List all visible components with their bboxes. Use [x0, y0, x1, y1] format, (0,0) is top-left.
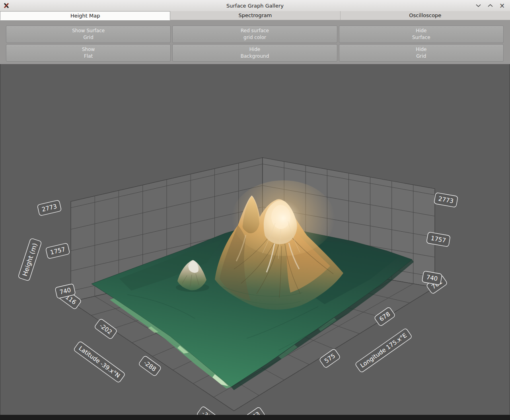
- button-label-line2: Background: [173, 53, 337, 60]
- button-label-line1: Hide: [339, 46, 503, 53]
- hide-grid-button[interactable]: Hide Grid: [339, 44, 504, 62]
- button-label-line2: Flat: [6, 53, 170, 60]
- tab-label: Spectrogram: [238, 12, 272, 18]
- button-label-line1: Show: [6, 46, 170, 53]
- surface-grid-color-button[interactable]: Red surface grid color: [172, 25, 337, 43]
- chevron-down-button[interactable]: [475, 2, 481, 9]
- hide-background-button[interactable]: Hide Background: [172, 44, 337, 62]
- chevron-up-button[interactable]: [487, 2, 493, 9]
- tab-label: Height Map: [70, 13, 100, 19]
- tab-spectrogram[interactable]: Spectrogram: [170, 11, 340, 20]
- app-icon: [3, 2, 10, 9]
- hide-surface-button[interactable]: Hide Surface: [339, 25, 504, 43]
- svg-text:Longitude 175.x°E: Longitude 175.x°E: [359, 332, 408, 369]
- tab-oscilloscope[interactable]: Oscilloscope: [341, 11, 510, 20]
- app-window: { "window": { "title": "Surface Graph Ga…: [0, 0, 510, 420]
- bottom-edge-bar: [0, 415, 510, 420]
- window-title: Surface Graph Gallery: [0, 3, 510, 9]
- tab-label: Oscilloscope: [409, 12, 441, 18]
- close-button[interactable]: ×: [499, 2, 505, 9]
- svg-text:Latitude -39.x°N: Latitude -39.x°N: [78, 345, 121, 379]
- show-surface-grid-button[interactable]: Show Surface Grid: [6, 25, 171, 43]
- button-label-line1: Red surface: [173, 27, 337, 34]
- button-label-line2: Grid: [339, 53, 503, 60]
- show-flat-button[interactable]: Show Flat: [6, 44, 171, 62]
- controls-panel: Show Surface Grid Red surface grid color…: [0, 20, 510, 64]
- button-label-line1: Show Surface: [6, 27, 170, 34]
- button-label-line1: Hide: [339, 27, 503, 34]
- button-label-line2: grid color: [173, 34, 337, 41]
- button-label-line2: Grid: [6, 34, 170, 41]
- tab-height-map[interactable]: Height Map: [0, 11, 170, 20]
- button-label-line2: Surface: [339, 34, 503, 41]
- title-bar: Surface Graph Gallery ×: [0, 0, 510, 12]
- tab-bar: Height Map Spectrogram Oscilloscope: [0, 11, 510, 20]
- close-icon: ×: [499, 2, 505, 9]
- button-label-line1: Hide: [173, 46, 337, 53]
